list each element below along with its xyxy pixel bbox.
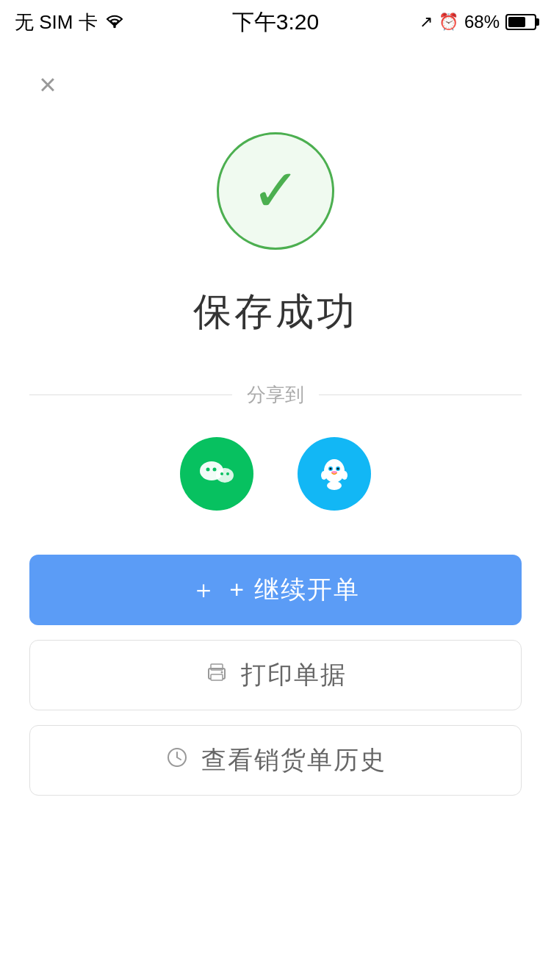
svg-point-4 (213, 468, 217, 472)
wechat-share-button[interactable] (180, 437, 253, 511)
print-label: 打印单据 (241, 658, 347, 692)
history-button[interactable]: 查看销货单历史 (29, 725, 522, 796)
status-bar: 无 SIM 卡 下午3:20 ↗ ⏰ 68% (0, 0, 551, 44)
svg-point-13 (330, 468, 332, 470)
share-divider-row: 分享到 (29, 382, 522, 408)
svg-point-3 (206, 468, 210, 472)
share-label: 分享到 (247, 382, 304, 408)
plus-icon: ＋ (191, 573, 217, 607)
wifi-icon (104, 11, 126, 34)
print-button[interactable]: 打印单据 (29, 640, 522, 710)
location-icon: ↗ (419, 12, 433, 32)
divider-right (319, 394, 522, 395)
svg-point-6 (226, 472, 229, 475)
alarm-icon: ⏰ (439, 12, 458, 32)
close-button-row: × (29, 44, 522, 118)
svg-point-9 (321, 471, 327, 480)
battery-visual (505, 14, 536, 30)
continue-label: + 继续开单 (229, 573, 359, 607)
carrier-text: 无 SIM 卡 (15, 10, 98, 35)
history-label: 查看销货单历史 (201, 743, 386, 777)
status-right: ↗ ⏰ 68% (419, 12, 536, 32)
close-button[interactable]: × (29, 66, 66, 103)
svg-point-5 (220, 472, 223, 475)
checkmark-icon: ✓ (251, 162, 300, 220)
success-icon-circle: ✓ (217, 132, 334, 250)
qq-icon (311, 450, 358, 497)
success-title: 保存成功 (193, 287, 358, 338)
status-time: 下午3:20 (232, 7, 319, 37)
svg-point-8 (327, 481, 342, 490)
svg-point-10 (342, 471, 347, 480)
close-icon: × (39, 70, 56, 99)
status-carrier: 无 SIM 卡 (15, 10, 126, 35)
share-icons-row (180, 437, 371, 511)
qq-share-button[interactable] (298, 437, 371, 511)
action-buttons: ＋ + 继续开单 打印单据 查看销货单历史 (29, 555, 522, 796)
page-content: × ✓ 保存成功 分享到 (0, 44, 551, 980)
svg-point-19 (221, 671, 223, 674)
battery-percent: 68% (464, 12, 500, 32)
wechat-icon (193, 450, 240, 497)
svg-point-0 (113, 25, 116, 28)
print-icon (204, 660, 229, 691)
divider-left (29, 394, 232, 395)
continue-button[interactable]: ＋ + 继续开单 (29, 555, 522, 625)
history-icon (165, 745, 190, 776)
svg-point-2 (216, 468, 234, 483)
share-section: 分享到 (29, 382, 522, 511)
svg-rect-18 (211, 674, 223, 680)
svg-point-14 (337, 468, 339, 470)
